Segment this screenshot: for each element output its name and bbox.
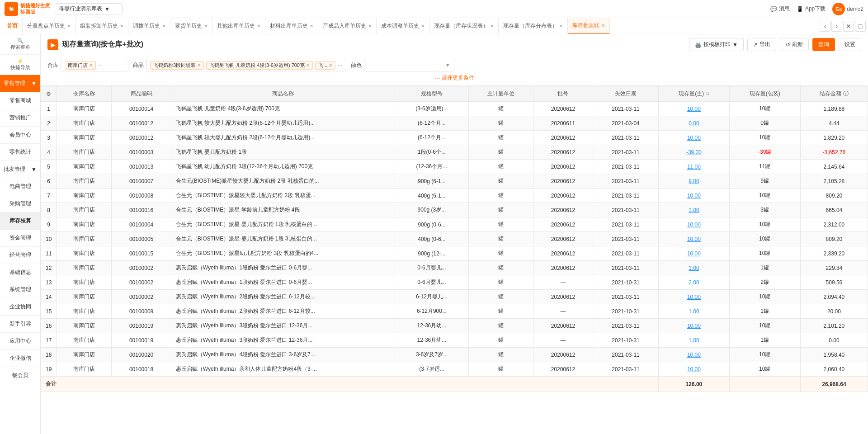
row-qty[interactable]: 0.00 [659, 116, 729, 131]
close-icon[interactable]: ✕ [120, 24, 123, 28]
row-pkg-qty: 1罐 [729, 333, 800, 348]
sidebar-item-enterprise-collab[interactable]: 企业协同 [0, 298, 40, 316]
settings-button[interactable]: 设置 [839, 38, 861, 51]
tab-diaobodanl[interactable]: 调拨单历史 ✕ [128, 18, 170, 34]
row-qty[interactable]: 10.00 [659, 348, 729, 362]
sidebar-item-system[interactable]: 系统管理 [0, 281, 40, 298]
sidebar-item-retail-manage[interactable]: 零售管理 ▼ [0, 75, 40, 92]
close-icon[interactable]: ✕ [67, 24, 71, 28]
row-qty[interactable]: 2.00 [659, 275, 729, 290]
row-qty[interactable]: 9.00 [659, 174, 729, 189]
query-button[interactable]: 查询 [812, 38, 835, 51]
tab-chengbentiaosheng[interactable]: 成本调整单历史 ✕ [377, 18, 429, 34]
close-icon[interactable]: ✕ [162, 24, 165, 28]
row-qty[interactable]: 10.00 [659, 232, 729, 246]
col-settings[interactable]: ⚙ [41, 86, 57, 102]
refresh-button[interactable]: ↺ 刷新 [780, 38, 809, 51]
tab-scroll-right[interactable]: › [831, 21, 842, 32]
export-button[interactable]: ↗ 导出 [747, 38, 776, 51]
expand-conditions-button[interactable]: ⋯ 展开更多条件 [435, 74, 474, 82]
row-qty[interactable]: 1.00 [659, 333, 729, 348]
row-qty[interactable]: 10.00 [659, 131, 729, 145]
sidebar-item-basic-info[interactable]: 基础信息 [0, 264, 40, 281]
tab-yaohuo[interactable]: 要货单历史 ✕ [170, 18, 212, 34]
remove-tag-icon[interactable]: ✕ [329, 63, 332, 68]
row-expire: 2021-03-11 [593, 319, 659, 333]
tab-xiancunliang-fenbiao[interactable]: 现存量（库存分布表） ✕ [499, 18, 568, 34]
close-icon[interactable]: ✕ [204, 24, 208, 28]
sidebar-item-newguide[interactable]: 新手引导 [0, 316, 40, 333]
sidebar-item-wholesale[interactable]: 批发管理 ▼ [0, 161, 40, 178]
filter-more-icon[interactable]: ··· [98, 62, 103, 68]
tab-close-all[interactable]: ✕ [843, 21, 854, 32]
sidebar-item-finance[interactable]: 资金管理 [0, 230, 40, 247]
row-qty[interactable]: 1.00 [659, 261, 729, 275]
sidebar-item-member[interactable]: 畅会员 [0, 367, 40, 384]
tab-qtchuku[interactable]: 其他出库单历史 ✕ [212, 18, 265, 34]
row-qty[interactable]: 10.00 [659, 319, 729, 333]
row-code: 00100008 [112, 189, 171, 203]
sidebar-item-retail-mall[interactable]: 零售商城 [0, 92, 40, 109]
row-qty[interactable]: 10.00 [659, 189, 729, 203]
sidebar-search[interactable]: 🔍 搜索菜单 [0, 34, 40, 55]
tab-xiancunliang-kucun[interactable]: 现存量（库存状况表） ✕ [429, 18, 499, 34]
row-qty[interactable]: 1.00 [659, 304, 729, 319]
sidebar-item-inventory[interactable]: 库存核算 [0, 212, 40, 230]
table-row: 1 南库门店 00100014 飞鹤星飞帆 儿童奶粉 4段(3-6岁适用) 70… [41, 102, 868, 116]
table-row: 5 南库门店 00100013 飞鹤星飞帆 幼儿配方奶粉 3段(12-36个月幼… [41, 160, 868, 174]
sidebar-item-appcenter[interactable]: 应用中心 [0, 333, 40, 350]
print-button[interactable]: 🖨️ 按模板打印 ▼ [689, 38, 744, 51]
remove-tag-icon[interactable]: ✕ [89, 63, 93, 68]
row-qty[interactable]: -39.00 [659, 145, 729, 160]
color-filter: 颜色 ▼ [351, 59, 454, 71]
color-filter-tags[interactable]: ▼ [364, 59, 454, 71]
row-qty[interactable]: 11.00 [659, 160, 729, 174]
settings-icon[interactable]: ⚙ [46, 91, 51, 97]
sidebar-toggle-button[interactable]: ▶ [47, 39, 58, 50]
remove-tag-icon[interactable]: ✕ [306, 63, 310, 68]
tab-fenliangpandian[interactable]: 分量盘点单历史 ✕ [23, 18, 75, 34]
sidebar-item-operations[interactable]: 经营管理 [0, 247, 40, 264]
row-qty[interactable]: 10.00 [659, 362, 729, 377]
row-qty[interactable]: 10.00 [659, 102, 729, 116]
sidebar-item-member-center[interactable]: 会员中心 [0, 127, 40, 144]
messages-button[interactable]: 💬 消息 [770, 5, 790, 13]
remove-tag-icon[interactable]: ✕ [197, 63, 201, 68]
sidebar-item-enterprise-wechat[interactable]: 企业微信 [0, 350, 40, 367]
close-icon[interactable]: ✕ [310, 24, 313, 28]
sidebar-item-ecommerce[interactable]: 电商管理 [0, 178, 40, 195]
tab-cailiao[interactable]: 材料出库单历史 ✕ [265, 18, 318, 34]
close-icon[interactable]: ✕ [368, 24, 372, 28]
tab-expand[interactable]: □ [855, 21, 866, 32]
row-warehouse: 南库门店 [57, 348, 112, 362]
tab-zuzhangchaijian[interactable]: 组装拆卸单历史 ✕ [75, 18, 128, 34]
close-icon[interactable]: ✕ [490, 24, 494, 28]
tab-home[interactable]: 首页 [2, 18, 23, 34]
sort-icon[interactable]: ⇅ [706, 91, 709, 96]
product-filter-tags[interactable]: 飞鹤奶粉3段同堤装 ✕ 飞鹤星飞帆 儿童奶粉 4段(3-6岁适用) 700克 ✕… [146, 59, 346, 71]
sidebar-item-retail-stats[interactable]: 零售统计 [0, 144, 40, 161]
row-code: 00100009 [112, 304, 171, 319]
filter-more-icon[interactable]: ··· [338, 62, 342, 68]
page-header: ▶ 现存量查询(按仓库+批次) 🖨️ 按模板打印 ▼ ↗ 导出 ↺ 刷新 [41, 34, 868, 55]
app-download-button[interactable]: 📱 App下载 [797, 5, 826, 13]
sidebar-quicknav[interactable]: ⚡ 快捷导航 [0, 55, 40, 75]
close-icon[interactable]: ✕ [601, 23, 605, 28]
row-name: 惠氏启赋（Wyeth illuma）1段奶粉 爱尔兰进口 0-6月婴... [171, 275, 395, 290]
row-qty[interactable]: 3.00 [659, 203, 729, 217]
workspace-selector[interactable]: 母婴行业演示库表 ▼ [55, 3, 123, 14]
tab-kucun-pici[interactable]: 库存批次账 ✕ [568, 18, 610, 34]
close-icon[interactable]: ✕ [559, 24, 563, 28]
warehouse-filter-tags[interactable]: 南库门店 ✕ ··· [61, 59, 128, 71]
tab-scroll-left[interactable]: ‹ [820, 21, 830, 32]
row-batch: — [533, 275, 593, 290]
user-profile[interactable]: Ea demo2 [832, 3, 863, 15]
close-icon[interactable]: ✕ [257, 24, 260, 28]
row-qty[interactable]: 10.00 [659, 246, 729, 261]
row-qty[interactable]: 10.00 [659, 290, 729, 304]
sidebar-item-purchase[interactable]: 采购管理 [0, 195, 40, 212]
tab-chanpinruku[interactable]: 产成品入库单历史 ✕ [318, 18, 377, 34]
row-qty[interactable]: 10.00 [659, 217, 729, 232]
close-icon[interactable]: ✕ [421, 24, 425, 28]
sidebar-item-marketing[interactable]: 营销推广 [0, 109, 40, 127]
